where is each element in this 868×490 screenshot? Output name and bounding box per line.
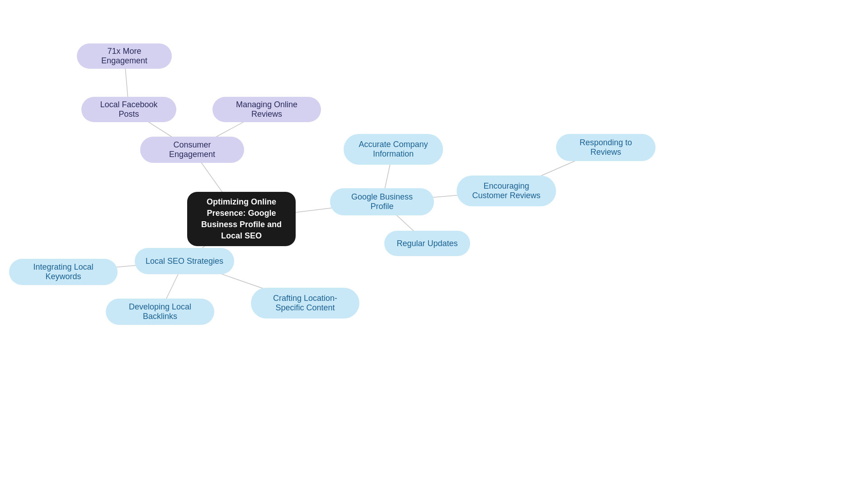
node-google-business[interactable]: Google Business Profile	[330, 188, 434, 215]
node-accurate-info[interactable]: Accurate Company Information	[344, 134, 443, 165]
node-71x-engagement[interactable]: 71x More Engagement	[77, 43, 172, 69]
node-integrating-keywords[interactable]: Integrating Local Keywords	[9, 259, 118, 285]
node-consumer-engagement[interactable]: Consumer Engagement	[140, 137, 244, 163]
node-managing-reviews[interactable]: Managing Online Reviews	[212, 97, 321, 122]
node-crafting-content[interactable]: Crafting Location-Specific Content	[251, 288, 359, 319]
node-regular-updates[interactable]: Regular Updates	[384, 231, 470, 256]
node-responding-reviews[interactable]: Responding to Reviews	[556, 134, 656, 161]
center-node[interactable]: Optimizing Online Presence: Google Busin…	[187, 192, 296, 246]
center-label: Optimizing Online Presence: Google Busin…	[197, 196, 286, 242]
node-local-facebook[interactable]: Local Facebook Posts	[81, 97, 176, 122]
node-developing-backlinks[interactable]: Developing Local Backlinks	[106, 299, 214, 325]
node-encouraging-reviews[interactable]: Encouraging Customer Reviews	[457, 176, 556, 206]
node-local-seo[interactable]: Local SEO Strategies	[135, 248, 234, 274]
